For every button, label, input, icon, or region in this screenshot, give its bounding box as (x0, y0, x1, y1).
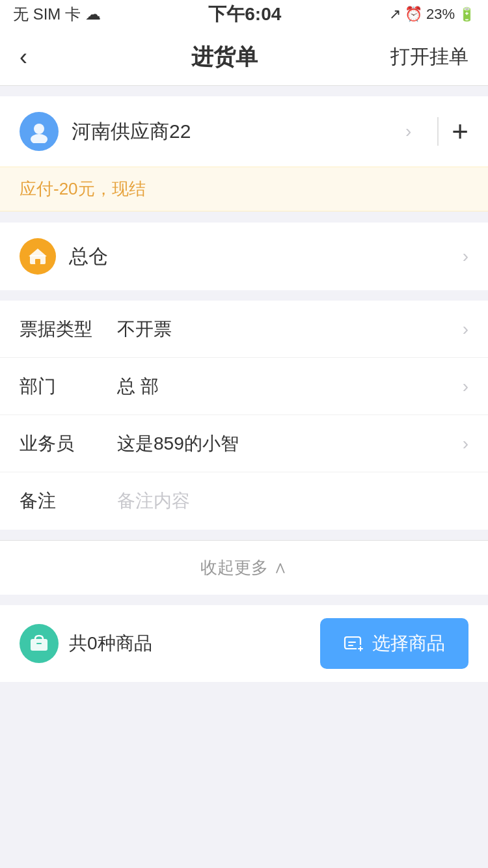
status-right: ↗ ⏰ 23% 🔋 (389, 6, 475, 23)
select-product-button[interactable]: 选择商品 (320, 618, 468, 669)
open-pending-button[interactable]: 打开挂单 (390, 44, 468, 70)
supplier-avatar (20, 112, 59, 151)
svg-marker-3 (29, 249, 47, 256)
svg-point-0 (34, 124, 44, 134)
select-product-icon (344, 634, 364, 653)
form-row-invoice[interactable]: 票据类型 不开票 › (0, 301, 488, 358)
warehouse-icon (20, 238, 56, 275)
invoice-chevron-icon: › (463, 319, 468, 340)
supplier-section: 河南供应商22 › + 应付-20元，现结 (0, 96, 488, 211)
section-gap-2 (0, 211, 488, 222)
product-count-text: 共0种商品 (69, 631, 152, 656)
bottom-bar: 共0种商品 选择商品 (0, 605, 488, 682)
product-icon (20, 624, 59, 663)
battery-text: 23% (426, 6, 455, 23)
warehouse-chevron-icon: › (463, 246, 468, 267)
svg-point-1 (31, 134, 47, 143)
svg-rect-4 (35, 259, 40, 264)
alarm-icon: ⏰ (405, 6, 422, 23)
form-label-salesperson: 业务员 (20, 431, 104, 456)
svg-rect-5 (31, 639, 47, 651)
battery-icon: 🔋 (459, 7, 475, 22)
back-button[interactable]: ‹ (20, 44, 59, 71)
form-value-department: 总 部 (104, 374, 463, 399)
warehouse-row[interactable]: 总仓 › (0, 222, 488, 290)
form-row-salesperson[interactable]: 业务员 这是859的小智 › (0, 415, 488, 472)
supplier-name: 河南供应商22 (72, 118, 405, 145)
department-chevron-icon: › (463, 376, 468, 397)
warehouse-name: 总仓 (69, 243, 463, 270)
status-left: 无 SIM 卡 ☁ (13, 4, 101, 25)
product-count-area: 共0种商品 (20, 624, 152, 663)
nav-bar: ‹ 进货单 打开挂单 (0, 29, 488, 86)
collapse-button[interactable]: 收起更多 ∧ (0, 540, 488, 595)
add-supplier-button[interactable]: + (452, 117, 468, 146)
status-time: 下午6:04 (208, 2, 281, 27)
warehouse-section: 总仓 › (0, 222, 488, 290)
page-title: 进货单 (191, 42, 258, 72)
form-label-department: 部门 (20, 374, 104, 399)
form-value-note[interactable]: 备注内容 (104, 489, 468, 513)
form-value-invoice: 不开票 (104, 317, 463, 342)
location-icon: ↗ (389, 6, 401, 23)
supplier-row[interactable]: 河南供应商22 › + (0, 96, 488, 167)
salesperson-chevron-icon: › (463, 433, 468, 454)
form-label-invoice: 票据类型 (20, 317, 104, 342)
sim-status: 无 SIM 卡 ☁ (13, 4, 101, 25)
notice-bar: 应付-20元，现结 (0, 167, 488, 211)
form-row-note[interactable]: 备注 备注内容 (0, 472, 488, 530)
form-label-note: 备注 (20, 489, 104, 513)
form-section: 票据类型 不开票 › 部门 总 部 › 业务员 这是859的小智 › 备注 备注… (0, 301, 488, 530)
section-gap-1 (0, 86, 488, 96)
select-product-label: 选择商品 (372, 631, 445, 656)
status-bar: 无 SIM 卡 ☁ 下午6:04 ↗ ⏰ 23% 🔋 (0, 0, 488, 29)
supplier-divider (437, 117, 439, 146)
form-row-department[interactable]: 部门 总 部 › (0, 358, 488, 415)
form-value-salesperson: 这是859的小智 (104, 431, 463, 456)
supplier-chevron-icon: › (405, 121, 411, 142)
svg-rect-6 (36, 643, 42, 644)
